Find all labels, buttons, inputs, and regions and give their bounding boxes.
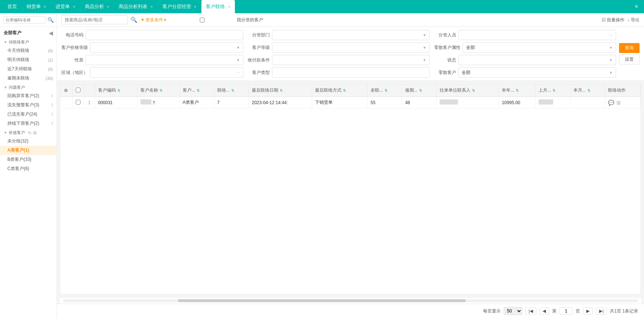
nav-customer-layer-close[interactable]: ×: [194, 4, 196, 9]
sidebar-item-class-c[interactable]: C类客户(6): [0, 164, 57, 173]
page-last-btn[interactable]: ▶|: [596, 307, 607, 315]
scatter-attr-select[interactable]: 全部 ▼: [463, 42, 616, 53]
batch-op-btn[interactable]: ☑ 批量操作: [602, 17, 625, 23]
sidebar-item-class-a[interactable]: A类客户(1): [0, 146, 57, 155]
nav-product-list-close[interactable]: ×: [150, 4, 153, 9]
th-last-way[interactable]: 最后联络方式 ⇅: [312, 84, 368, 97]
nav-sales[interactable]: 销货单 ×: [22, 0, 50, 13]
unit-contact-sort-icon: ⇅: [472, 88, 475, 92]
nav-customer-contact-close[interactable]: ×: [228, 4, 230, 9]
setting-button[interactable]: 设置: [619, 54, 640, 64]
declining-info-icon: ℹ: [51, 121, 53, 126]
page-first-btn[interactable]: |◀: [525, 307, 536, 315]
td-type: A类客户: [179, 97, 214, 109]
row-checkbox[interactable]: [76, 100, 80, 105]
sidebar-item-class-b[interactable]: B类客户(33): [0, 155, 57, 164]
last-way-link[interactable]: 下销货单: [315, 100, 333, 105]
nav-customer-contact[interactable]: 客户联络 ×: [201, 0, 235, 13]
query-button[interactable]: 查询: [619, 43, 640, 53]
nav-home[interactable]: 首页: [3, 0, 21, 13]
scroll-thumb[interactable]: [178, 299, 466, 302]
sidebar-item-overdue[interactable]: 逾期未联络 (30): [0, 74, 57, 83]
scroll-track[interactable]: [63, 299, 638, 302]
customer-grade-select[interactable]: ▼: [272, 42, 430, 53]
sidebar-item-tomorrow-pending[interactable]: 明天待联络 (1): [0, 55, 57, 64]
export-btn[interactable]: ↓ 导出: [627, 17, 640, 23]
main-layout: 🔍 全部客户 ◀ ▼ 待联络客户 今天待联络 (0) 明天待联络 (1) 近7天…: [0, 13, 644, 318]
more-filters-btn[interactable]: ▼ 更多条件 ▾: [140, 17, 166, 23]
th-code[interactable]: 客户编码 ⇅: [95, 84, 137, 97]
value-arrow-icon: ▼: [4, 131, 7, 135]
per-page-select[interactable]: 50 100 200: [504, 307, 522, 315]
search-button[interactable]: 🔍: [130, 17, 137, 23]
customer-type-input[interactable]: [272, 67, 430, 78]
region-input[interactable]: ···: [90, 67, 243, 78]
scatter-customer-select[interactable]: 全部 ▼: [458, 67, 616, 78]
action-grid-icon[interactable]: ⊞: [616, 100, 621, 106]
th-no-contact[interactable]: 未联... ⇅: [367, 84, 402, 97]
gear-icon: ⚙: [64, 88, 68, 93]
td-unit-contact: [437, 97, 499, 109]
sidebar-item-today-pending[interactable]: 今天待联络 (0): [0, 46, 57, 55]
filter-customer-grade: 客户等级 ▼: [248, 42, 430, 53]
nature-select[interactable]: ▼: [86, 55, 243, 65]
my-customers-checkbox[interactable]: [169, 18, 235, 22]
payment-arrow-icon: ▼: [423, 58, 426, 62]
sidebar-item-unclassified[interactable]: 未分组(32): [0, 137, 57, 146]
td-this-month: [570, 97, 605, 109]
page-next-btn[interactable]: ▶: [583, 307, 593, 315]
th-last-month[interactable]: 上月... ⇅: [536, 84, 570, 97]
th-num: [84, 84, 95, 97]
adv-filter-row-2: 客户价格等级 ▼ 客户等级 ▼: [61, 42, 616, 53]
export-icon: ↓: [627, 17, 630, 22]
sidebar-item-repurchase-abnormal[interactable]: 回购异常客户(2) ℹ: [0, 91, 57, 100]
sidebar-item-7days-pending[interactable]: 近7天待联络 (0): [0, 64, 57, 74]
th-this-year[interactable]: 本年... ⇅: [499, 84, 536, 97]
nav-product-analysis[interactable]: 商品分析 ×: [80, 0, 114, 13]
nav-purchase-close[interactable]: ×: [73, 4, 75, 9]
sidebar-search-icon[interactable]: 🔍: [47, 17, 54, 23]
adv-filter-row-1: 电话号码 分管部门 ▼ 分管人员: [61, 30, 616, 40]
th-last-date[interactable]: 最后联络日期 ⇅: [249, 84, 312, 97]
search-input[interactable]: [61, 15, 128, 24]
value-group-refresh-icon[interactable]: ↻: [28, 130, 32, 135]
th-unit-contact[interactable]: 往来单位联系人 ⇅: [437, 84, 499, 97]
last-month-sort-icon: ⇅: [552, 88, 555, 92]
sidebar-item-churned[interactable]: 已流失客户(24) ℹ: [0, 110, 57, 119]
page-input[interactable]: [559, 307, 573, 315]
th-gear[interactable]: ⚙: [60, 84, 72, 97]
td-this-year: 10995.00: [499, 97, 536, 109]
person-select[interactable]: ···: [458, 30, 616, 40]
filter-person: 分管人员 ···: [434, 30, 616, 40]
price-grade-select[interactable]: ▼: [90, 42, 243, 53]
th-this-month[interactable]: 本月... ⇅: [570, 84, 605, 97]
th-overdue[interactable]: 逾期... ⇅: [402, 84, 437, 97]
th-type[interactable]: 客户... ⇅: [179, 84, 214, 97]
nav-customer-layer[interactable]: 客户分层经营 ×: [158, 0, 201, 13]
dept-select[interactable]: ▼: [272, 30, 430, 40]
nav-purchase[interactable]: 进货单 ×: [51, 0, 79, 13]
nav-product-analysis-close[interactable]: ×: [107, 4, 109, 9]
select-all-checkbox[interactable]: [76, 88, 80, 92]
pending-arrow-icon: ▼: [4, 40, 7, 44]
phone-input[interactable]: [86, 30, 243, 40]
value-group-settings-icon[interactable]: ⊞: [33, 130, 37, 135]
sidebar-item-declining[interactable]: 持续下滑客户(2) ℹ: [0, 119, 57, 128]
sidebar-collapse-icon[interactable]: ◀: [49, 30, 53, 36]
overdue-sort-icon: ⇅: [419, 88, 422, 92]
td-action: 💬 ⊞: [605, 97, 640, 109]
action-chat-icon[interactable]: 💬: [608, 100, 614, 106]
status-select[interactable]: ▼: [458, 55, 616, 65]
filter-price-grade: 客户价格等级 ▼: [61, 42, 243, 53]
nav-sales-close[interactable]: ×: [44, 4, 46, 9]
sidebar-search-input[interactable]: [3, 16, 46, 24]
th-name[interactable]: 客户名称 ⇅: [137, 84, 179, 97]
sidebar-item-churn-warning[interactable]: 流失预警客户(3) ℹ: [0, 100, 57, 110]
payment-select[interactable]: ▼: [272, 55, 430, 65]
nav-product-list[interactable]: 商品分析列表 ×: [114, 0, 157, 13]
total-label: 共1页 1条记录: [610, 308, 638, 314]
th-contact[interactable]: 联络... ⇅: [214, 84, 248, 97]
nav-close-all-btn[interactable]: ×: [632, 3, 641, 10]
sidebar-pending-group: ▼ 待联络客户: [0, 38, 57, 46]
page-prev-btn[interactable]: ◀: [539, 307, 549, 315]
